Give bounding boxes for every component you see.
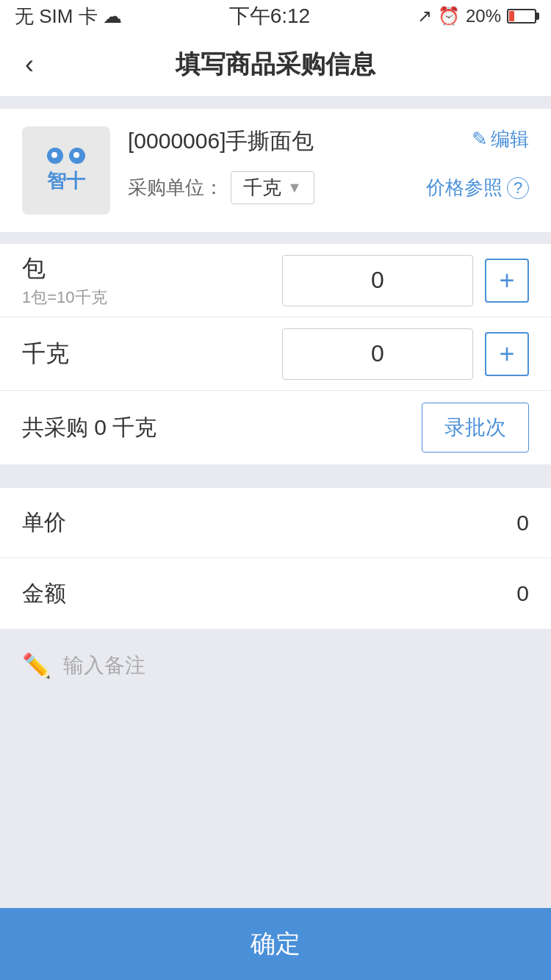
- bag-input-row: 包 1包=10千克 +: [0, 244, 551, 317]
- page-title: 填写商品采购信息: [176, 48, 375, 82]
- product-logo: 智十: [47, 148, 85, 194]
- status-right: ↗ ⏰ 20%: [417, 6, 536, 26]
- price-ref-button[interactable]: 价格参照 ?: [426, 175, 529, 201]
- status-bar: 无 SIM 卡 ☁ 下午6:12 ↗ ⏰ 20%: [0, 0, 551, 32]
- notes-section[interactable]: ✏️ 输入备注: [0, 629, 551, 702]
- amount-row: 金额 0: [0, 558, 551, 629]
- bag-label-group: 包 1包=10千克: [22, 253, 140, 309]
- section-divider-2: [0, 464, 551, 476]
- unit-price-value: 0: [516, 511, 529, 536]
- product-image: 智十: [22, 126, 110, 215]
- edit-button[interactable]: ✎ 编辑: [472, 126, 529, 152]
- bag-input[interactable]: [282, 255, 473, 306]
- back-button[interactable]: ‹: [0, 32, 59, 97]
- battery-percent: 20%: [466, 6, 501, 26]
- product-card: 智十 [0000006]手撕面包 ✎ 编辑 采购单位： 千克 ▼: [0, 109, 551, 232]
- kg-label: 千克: [22, 338, 140, 370]
- unit-value: 千克: [243, 175, 281, 201]
- price-ref-label: 价格参照: [426, 175, 503, 201]
- bag-sublabel: 1包=10千克: [22, 287, 140, 309]
- product-header: [0000006]手撕面包 ✎ 编辑: [128, 126, 529, 156]
- summary-row: 共采购 0 千克 录批次: [0, 391, 551, 464]
- kg-plus-button[interactable]: +: [485, 332, 529, 376]
- help-icon: ?: [507, 177, 529, 199]
- product-info: [0000006]手撕面包 ✎ 编辑 采购单位： 千克 ▼ 价格参照 ?: [128, 126, 529, 204]
- battery-icon: [507, 9, 536, 24]
- bag-plus-button[interactable]: +: [485, 259, 529, 303]
- sim-status: 无 SIM 卡 ☁: [15, 4, 122, 29]
- batch-button[interactable]: 录批次: [422, 403, 529, 453]
- product-name: [0000006]手撕面包: [128, 126, 314, 156]
- kg-input-wrap: +: [140, 328, 529, 380]
- section-divider-1: [0, 232, 551, 244]
- edit-label: 编辑: [491, 126, 529, 152]
- bag-label: 包: [22, 253, 140, 285]
- kg-input[interactable]: [282, 328, 473, 380]
- notes-placeholder: 输入备注: [63, 652, 145, 680]
- nav-bar: ‹ 填写商品采购信息: [0, 32, 551, 97]
- unit-label: 采购单位：: [128, 175, 223, 201]
- status-time: 下午6:12: [229, 2, 311, 30]
- detail-section: 单价 0 金额 0: [0, 488, 551, 629]
- kg-label-group: 千克: [22, 338, 140, 370]
- alarm-icon: ⏰: [438, 6, 460, 26]
- edit-icon: ✎: [472, 128, 488, 151]
- bag-input-section: 包 1包=10千克 + 千克 + 共采购 0 千克 录批次: [0, 244, 551, 464]
- summary-text: 共采购 0 千克: [22, 413, 156, 443]
- logo-text: 智十: [47, 168, 85, 194]
- unit-dropdown-arrow: ▼: [287, 179, 302, 196]
- confirm-bar[interactable]: 确定: [0, 908, 551, 980]
- confirm-button[interactable]: 确定: [251, 927, 300, 961]
- amount-label: 金额: [22, 579, 66, 609]
- unit-price-label: 单价: [22, 508, 66, 538]
- bottom-spacer: [0, 702, 551, 923]
- unit-price-row: 单价 0: [0, 488, 551, 558]
- unit-row: 采购单位： 千克 ▼ 价格参照 ?: [128, 171, 529, 204]
- bag-input-wrap: +: [140, 255, 529, 306]
- unit-select[interactable]: 千克 ▼: [231, 171, 314, 204]
- navigation-icon: ↗: [417, 6, 432, 26]
- amount-value: 0: [516, 581, 529, 606]
- status-left: 无 SIM 卡 ☁: [15, 4, 122, 29]
- kg-input-row: 千克 +: [0, 317, 551, 391]
- pencil-icon: ✏️: [22, 652, 51, 680]
